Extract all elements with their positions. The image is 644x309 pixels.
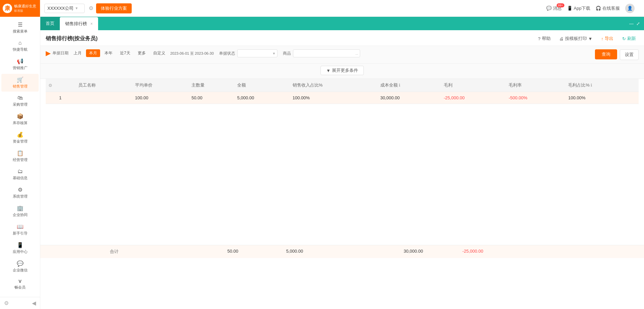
avatar[interactable]: 👤 <box>625 4 635 13</box>
sidebar-item-inventory[interactable]: 📦 库存核算 <box>1 110 39 128</box>
topbar-settings-icon[interactable]: ⚙ <box>89 5 93 11</box>
app-download-btn[interactable]: 📱 App下载 <box>567 5 590 11</box>
footer-label-cell <box>48 249 107 255</box>
help-icon: ? <box>538 36 540 41</box>
sidebar-item-operation[interactable]: 📋 经营管理 <box>1 147 39 165</box>
export-icon: ↑ <box>601 36 604 41</box>
company-dropdown-arrow: ▼ <box>75 6 78 10</box>
query-btn[interactable]: 查询 <box>595 49 617 59</box>
sidebar-item-quick-nav-label: 快捷导航 <box>13 47 28 52</box>
sidebar-item-member-label: 畅会员 <box>14 285 26 290</box>
inventory-icon: 📦 <box>17 113 24 119</box>
filter-left: ▶ 单据日期 上月 本月 本年 近7天 更多 自定义 2023-06-01 至 … <box>46 49 590 57</box>
sidebar-item-app-center[interactable]: 📱 应用中心 <box>1 239 39 257</box>
tab-maximize-icon[interactable]: ⤢ <box>636 21 640 26</box>
sidebar-item-finance[interactable]: 💰 资金管理 <box>1 129 39 147</box>
date-range: 2023-06-01 至 2023-06-30 <box>170 51 214 56</box>
filter-toggle-icon[interactable]: ▶ <box>46 50 50 57</box>
gross-pct-info-icon[interactable]: ℹ <box>591 83 592 88</box>
filter-bar: ▶ 单据日期 上月 本月 本年 近7天 更多 自定义 2023-06-01 至 … <box>40 46 644 64</box>
sidebar-menu: ☰ 搜索菜单 ⌂ 快捷导航 📢 营销推广 🛒 销售管理 🛍 采购管理 📦 库存核… <box>0 17 40 297</box>
online-service-label: 在线客服 <box>602 5 620 11</box>
sidebar-item-sales[interactable]: 🛒 销售管理 <box>1 74 39 92</box>
quick-nav-icon: ⌂ <box>18 40 22 46</box>
tabbar: 首页 销售排行榜 × — ⤢ <box>40 17 644 30</box>
table-row: 1 100.00 50.00 5,000.00 100.00% 30,000.0… <box>46 92 639 104</box>
logo-text: 畅康通好生意 标准版 <box>14 4 36 13</box>
sidebar-item-enterprise-wechat[interactable]: 💬 企业微信 <box>1 258 39 275</box>
export-label: 导出 <box>605 36 613 42</box>
td-employee <box>76 92 132 104</box>
sidebar-item-guide[interactable]: 📖 新手引导 <box>1 221 39 239</box>
date-tab-last-month[interactable]: 上月 <box>71 49 85 57</box>
goods-select[interactable] <box>293 49 360 57</box>
company-name: XXXXXX公司 <box>47 5 74 11</box>
column-settings-icon[interactable]: ⚙ <box>48 83 52 88</box>
settings-btn[interactable]: 设置 <box>620 49 639 60</box>
footer-total-label: 合计 <box>107 249 166 255</box>
message-badge: 99+ <box>557 3 564 7</box>
tab-close-icon[interactable]: × <box>90 21 93 26</box>
tab-home-label: 首页 <box>46 20 54 27</box>
message-btn[interactable]: 💬 消息 99+ <box>546 5 562 11</box>
export-btn[interactable]: ↑ 导出 <box>599 34 616 43</box>
date-label: 单据日期 <box>52 50 69 56</box>
sidebar-item-search-order-label: 搜索菜单 <box>13 29 28 34</box>
tab-sales-ranking[interactable]: 销售排行榜 × <box>60 17 98 31</box>
expand-row: ▼ 展开更多条件 <box>40 64 644 79</box>
td-sales-pct: 100.00% <box>290 92 378 104</box>
status-label: 单据状态 <box>219 51 235 56</box>
date-tab-this-month[interactable]: 本月 <box>86 49 100 57</box>
enterprise-icon: 🏢 <box>17 205 24 211</box>
sidebar-item-system[interactable]: ⚙ 系统管理 <box>1 184 39 202</box>
company-selector[interactable]: XXXXXX公司 ▼ <box>44 4 85 13</box>
sidebar-item-search-order[interactable]: ☰ 搜索菜单 <box>1 19 39 37</box>
sidebar-item-operation-label: 经营管理 <box>13 157 28 162</box>
date-tab-custom[interactable]: 自定义 <box>150 49 168 57</box>
sidebar-settings-icon[interactable]: ⚙ <box>4 300 9 306</box>
trial-btn[interactable]: 体验行业方案 <box>96 3 132 13</box>
page-header-actions: ? 帮助 🖨 按模板打印 ▼ ↑ 导出 ↻ 刷新 <box>535 34 639 43</box>
page: 销售排行榜(按业务员) ? 帮助 🖨 按模板打印 ▼ ↑ 导出 <box>40 30 644 309</box>
footer-avg-price <box>166 249 225 255</box>
goods-filter-group: 商品 ... <box>283 49 360 57</box>
ranking-table: ⚙ 员工名称 平均单价 主数量 <box>46 79 639 104</box>
td-avg-price: 100.00 <box>132 92 189 104</box>
td-qty: 50.00 <box>189 92 234 104</box>
tab-home[interactable]: 首页 <box>40 17 60 30</box>
sidebar-item-enterprise[interactable]: 🏢 企业协同 <box>1 202 39 220</box>
sidebar-item-basic-info[interactable]: 🗂 基础信息 <box>1 166 39 183</box>
sidebar-item-app-center-label: 应用中心 <box>13 249 28 254</box>
cost-info-icon[interactable]: ℹ <box>399 83 400 88</box>
sidebar-item-system-label: 系统管理 <box>13 194 28 199</box>
goods-label: 商品 <box>283 51 291 56</box>
basic-info-icon: 🗂 <box>17 168 23 174</box>
td-settings <box>46 92 56 104</box>
print-dropdown-arrow[interactable]: ▼ <box>588 36 593 41</box>
footer-amount: 5,000.00 <box>284 249 342 255</box>
sidebar-collapse-icon[interactable]: ◀ <box>32 300 36 306</box>
table-footer: 合计 50.00 5,000.00 30,000.00 -25,000.00 <box>40 245 644 258</box>
topbar-right: 💬 消息 99+ 📱 App下载 🎧 在线客服 👤 <box>546 4 640 13</box>
sidebar-item-purchase[interactable]: 🛍 采购管理 <box>1 92 39 110</box>
sidebar-item-marketing[interactable]: 📢 营销推广 <box>1 55 39 73</box>
print-btn[interactable]: 🖨 按模板打印 ▼ <box>557 34 595 43</box>
expand-conditions-btn[interactable]: ▼ 展开更多条件 <box>320 66 364 75</box>
refresh-btn[interactable]: ↻ 刷新 <box>619 34 639 43</box>
marketing-icon: 📢 <box>17 58 24 64</box>
status-select[interactable] <box>237 49 277 57</box>
tab-minimize-icon[interactable]: — <box>629 21 634 26</box>
help-btn[interactable]: ? 帮助 <box>535 34 553 43</box>
th-employee: 员工名称 <box>76 79 132 92</box>
date-tab-7days[interactable]: 近7天 <box>117 49 133 57</box>
sidebar-item-quick-nav[interactable]: ⌂ 快捷导航 <box>1 37 39 55</box>
date-tab-this-year[interactable]: 本年 <box>101 49 116 57</box>
print-icon: 🖨 <box>559 36 564 41</box>
sidebar-item-guide-label: 新手引导 <box>13 231 28 236</box>
footer-gross-rate <box>518 249 577 255</box>
expand-icon: ▼ <box>326 68 331 73</box>
online-service-btn[interactable]: 🎧 在线客服 <box>596 5 620 11</box>
goods-select-wrap: ... <box>293 49 360 57</box>
date-tab-more[interactable]: 更多 <box>135 49 149 57</box>
sidebar-item-member[interactable]: V 畅会员 <box>1 276 39 293</box>
